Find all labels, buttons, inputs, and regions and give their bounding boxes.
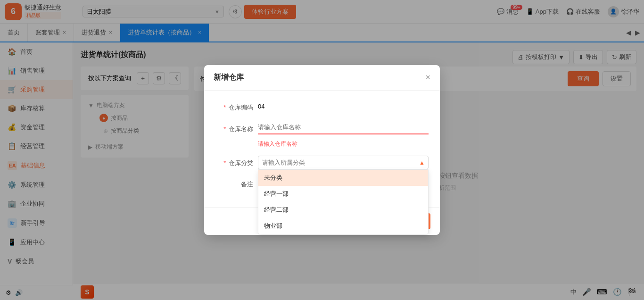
category-dropdown: 未分类 经营一部 经营二部 物业部 <box>258 169 429 234</box>
code-field-row: * 仓库编码 <box>215 100 429 113</box>
category-field-row: * 仓库分类 ▲ 未分类 经营一部 经营二部 物业部 <box>215 156 429 169</box>
dropdown-item-3[interactable]: 物业部 <box>258 218 428 234</box>
name-label: * 仓库名称 <box>215 122 253 133</box>
modal-overlay[interactable]: 新增仓库 × * 仓库编码 * 仓库名称 <box>0 0 644 300</box>
category-input[interactable] <box>258 156 429 169</box>
category-required-star: * <box>223 159 226 167</box>
dropdown-item-0[interactable]: 未分类 <box>258 170 428 186</box>
name-field-row: * 仓库名称 请输入仓库名称 <box>215 121 429 148</box>
category-label: * 仓库分类 <box>215 156 253 167</box>
category-arrow-icon[interactable]: ▲ <box>419 159 425 166</box>
modal-header: 新增仓库 × <box>204 65 440 91</box>
name-error-wrapper: 请输入仓库名称 <box>215 139 429 148</box>
code-label: * 仓库编码 <box>215 100 253 112</box>
modal-title: 新增仓库 <box>214 73 244 83</box>
modal-close-btn[interactable]: × <box>425 73 430 83</box>
category-select-wrapper: ▲ 未分类 经营一部 经营二部 物业部 <box>258 156 429 169</box>
dropdown-item-2[interactable]: 经营二部 <box>258 202 428 218</box>
note-label: 备注 <box>215 177 253 189</box>
code-input[interactable] <box>258 100 429 113</box>
name-field-inner: * 仓库名称 <box>215 121 429 134</box>
modal-body: * 仓库编码 * 仓库名称 请输入仓库名称 <box>204 91 440 207</box>
name-required-star: * <box>223 125 226 133</box>
code-required-star: * <box>223 104 226 111</box>
name-input[interactable] <box>258 121 429 134</box>
new-warehouse-modal: 新增仓库 × * 仓库编码 * 仓库名称 <box>204 65 440 235</box>
name-error-msg: 请输入仓库名称 <box>258 140 429 148</box>
dropdown-item-1[interactable]: 经营一部 <box>258 186 428 202</box>
